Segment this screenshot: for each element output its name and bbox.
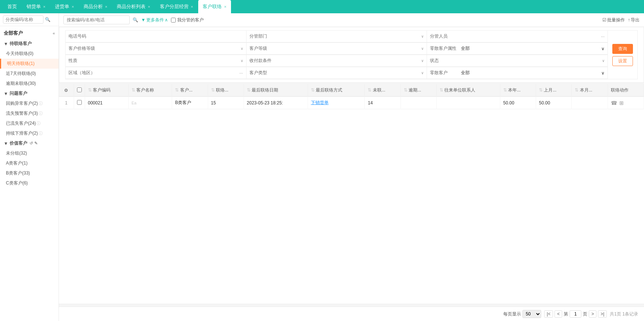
close-sales-icon[interactable]: × xyxy=(43,4,45,9)
select-all-checkbox[interactable] xyxy=(77,87,82,92)
row-action-contact-icon[interactable]: ☎ xyxy=(611,100,617,106)
info-icon-3: ⓘ xyxy=(39,131,43,136)
sidebar-group-tri2-icon: ▼ xyxy=(4,91,8,96)
filter-payment-select[interactable]: ∨ xyxy=(279,59,424,63)
last-page-btn[interactable]: >| xyxy=(598,310,607,318)
col-last-date-header: ⇅ 最后联络日期 xyxy=(244,84,308,97)
bottom-scrollbar[interactable] xyxy=(59,304,644,307)
filter-nature-select[interactable]: ∨ xyxy=(98,59,243,63)
sort-icon-ty: ⇅ xyxy=(503,87,507,93)
refresh-icon[interactable]: ↺ xyxy=(29,141,33,146)
next-page-btn[interactable]: > xyxy=(589,310,596,318)
query-button[interactable]: 查询 xyxy=(612,44,633,54)
page-number-input[interactable] xyxy=(570,310,581,318)
content-area: 🔍 ▼ 更多条件 ∧ 我分管的客户 ☑ 批量操作 ↑ 导出 xyxy=(59,13,644,321)
close-purchase-icon[interactable]: × xyxy=(71,4,74,9)
filter-scatter-attr-arrow-icon[interactable]: ∨ xyxy=(601,46,605,51)
filter-status-select[interactable]: ∨ xyxy=(459,59,605,63)
row-type: B类客户 xyxy=(172,97,208,109)
sidebar-churn-warning[interactable]: 流失预警客户(3) ⓘ xyxy=(0,108,59,118)
nav-analysis-list[interactable]: 商品分析列表 × xyxy=(112,0,154,13)
sidebar-declining[interactable]: 持续下滑客户(2) ⓘ xyxy=(0,128,59,138)
sidebar-ungrouped[interactable]: 未分组(32) xyxy=(0,148,59,158)
sort-icon-tm: ⇅ xyxy=(575,87,578,93)
pagination-area: |< < 第 页 > >| xyxy=(544,310,607,318)
row-name-masked: Ea xyxy=(132,101,136,105)
close-analysis-icon[interactable]: × xyxy=(105,4,107,9)
filter-manager-dots-icon[interactable]: ··· xyxy=(601,34,605,39)
sidebar-all-customers[interactable]: 全部客户 « xyxy=(0,28,59,39)
filter-region-dots-icon[interactable]: ··· xyxy=(239,70,243,76)
export-icon: ↑ xyxy=(628,17,630,23)
filter-scatter-cust-arrow-icon[interactable]: ∨ xyxy=(601,70,605,76)
close-customer-tier-icon[interactable]: × xyxy=(191,4,193,9)
sidebar-b-class[interactable]: B类客户(33) xyxy=(0,168,59,178)
col-overdue-header: ⇅ 逾期... xyxy=(400,84,436,97)
close-customer-contact-icon[interactable]: × xyxy=(224,4,226,9)
filter-price-level: 客户价格等级 ∨ xyxy=(66,43,246,55)
table-row: 1 000021 Ea B类客户 15 2023-05-23 18:25: 下销… xyxy=(59,97,644,109)
sidebar-search-area: 🔍 xyxy=(0,13,59,26)
info-icon-2: ⓘ xyxy=(36,121,41,126)
sidebar-search-input[interactable] xyxy=(3,15,43,24)
edit-icon[interactable]: ✎ xyxy=(34,141,38,146)
row-checkbox[interactable] xyxy=(77,100,82,105)
row-action-more-icon[interactable]: ⊞ xyxy=(619,100,624,106)
nav-analysis[interactable]: 商品分析 × xyxy=(79,0,112,13)
page-suffix-label: 页 xyxy=(583,311,587,317)
sidebar-today-pending[interactable]: 今天待联络(0) xyxy=(0,49,59,59)
page-prefix-label: 第 xyxy=(564,311,568,317)
sidebar-overdue-pending[interactable]: 逾期未联络(30) xyxy=(0,79,59,89)
toolbar-right-area: ☑ 批量操作 ↑ 导出 xyxy=(602,17,640,23)
row-this-year: 50.00 xyxy=(500,97,536,109)
nav-customer-contact[interactable]: 客户联络 × xyxy=(198,0,231,13)
setting-button[interactable]: 设置 xyxy=(612,56,633,66)
close-analysis-list-icon[interactable]: × xyxy=(148,4,150,9)
nav-sales[interactable]: 销货单 × xyxy=(22,0,50,13)
prev-page-btn[interactable]: < xyxy=(554,310,562,318)
sidebar-a-class[interactable]: A类客户(1) xyxy=(0,158,59,168)
sidebar-churned[interactable]: 已流失客户(24) ⓘ xyxy=(0,118,59,128)
batch-operation-btn[interactable]: ☑ 批量操作 xyxy=(602,17,625,23)
row-checkbox-cell xyxy=(74,97,85,109)
col-action-header: 联络动作 xyxy=(608,84,644,97)
sidebar-tomorrow-pending[interactable]: 明天待联络(1) xyxy=(0,59,59,69)
toolbar-search-icon[interactable]: 🔍 xyxy=(133,17,138,23)
nav-purchase[interactable]: 进货单 × xyxy=(50,0,78,13)
col-gear-header[interactable]: ⚙ xyxy=(59,84,74,97)
first-page-btn[interactable]: |< xyxy=(544,310,553,318)
row-last-method: 下销货单 xyxy=(308,97,365,109)
toolbar-filter-btn[interactable]: ▼ 更多条件 ∧ xyxy=(141,17,168,23)
toolbar-search-input[interactable] xyxy=(63,15,130,24)
per-page-select[interactable]: 50 100 200 xyxy=(522,310,541,318)
sidebar-c-class[interactable]: C类客户(6) xyxy=(0,178,59,188)
filter-customer-level-select[interactable]: ∨ xyxy=(279,46,424,51)
info-icon-0: ⓘ xyxy=(39,101,43,106)
row-action-cell: ☎ ⊞ xyxy=(608,97,644,109)
nav-customer-tier[interactable]: 客户分层经营 × xyxy=(155,0,197,13)
filter-cust-type-select[interactable]: ∨ xyxy=(279,71,424,75)
checkbox-icon: ☑ xyxy=(602,17,606,23)
sidebar-collapse-icon[interactable]: « xyxy=(53,31,55,35)
sidebar-group-pending[interactable]: ▼ 待联络客户 xyxy=(0,39,59,49)
col-last-method-header: ⇅ 最后联络方式 xyxy=(308,84,365,97)
sidebar-search-icon[interactable]: 🔍 xyxy=(45,17,50,22)
col-checkbox-header[interactable] xyxy=(74,84,85,97)
sort-icon-ly: ⇅ xyxy=(539,87,543,93)
filter-dept-select[interactable]: ∨ xyxy=(279,34,424,38)
sidebar-7day-pending[interactable]: 近7天待联络(0) xyxy=(0,69,59,79)
filter-nature: 性质 ∨ xyxy=(66,55,246,67)
filter-phone-input[interactable] xyxy=(98,34,243,39)
my-customers-checkbox-label[interactable]: 我分管的客户 xyxy=(171,17,204,23)
filter-customer-level: 客户等级 ∨ xyxy=(246,43,427,55)
export-btn[interactable]: ↑ 导出 xyxy=(628,17,640,23)
row-last-method-link[interactable]: 下销货单 xyxy=(311,100,329,105)
sidebar-group-value[interactable]: ▼ 价值客户 ↺ ✎ xyxy=(0,138,59,148)
my-customers-checkbox[interactable] xyxy=(171,18,176,23)
row-last-month: 50.00 xyxy=(536,97,572,109)
col-this-year-header: ⇅ 本年... xyxy=(500,84,536,97)
sidebar-repurchase-abnormal[interactable]: 回购异常客户(2) ⓘ xyxy=(0,99,59,108)
nav-home[interactable]: 首页 xyxy=(3,0,21,13)
filter-price-level-select[interactable]: ∨ xyxy=(98,46,243,51)
sidebar-group-problem[interactable]: ▼ 问题客户 xyxy=(0,89,59,99)
